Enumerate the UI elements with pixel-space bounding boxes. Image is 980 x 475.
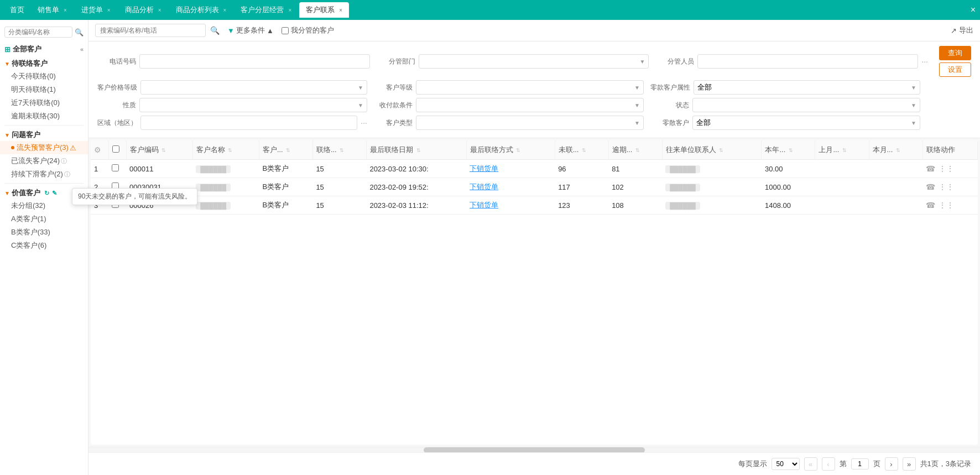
col-last-month-sort[interactable]: ⇅ <box>842 148 847 153</box>
col-this-year[interactable]: 本年... ⇅ <box>762 140 815 160</box>
zero-customer-select[interactable]: 全部 ▼ <box>692 116 920 130</box>
search-input[interactable] <box>95 24 206 37</box>
col-overdue-sort[interactable]: ⇅ <box>635 148 640 153</box>
action-more-icon-3[interactable]: ⋮⋮ <box>939 201 954 210</box>
prev-page-btn[interactable]: ‹ <box>822 457 835 471</box>
sidebar-item-churned[interactable]: 已流失客户(24) ⓘ <box>0 154 88 168</box>
region-select[interactable] <box>140 116 357 130</box>
action-more-icon-1[interactable]: ⋮⋮ <box>939 164 954 173</box>
last-page-btn[interactable]: » <box>903 457 916 471</box>
my-customers-checkbox-area[interactable]: 我分管的客户 <box>282 25 334 35</box>
sidebar-item-overdue-pending[interactable]: 逾期未联络(30) <box>0 109 88 123</box>
close-tab-customer-contact[interactable]: × <box>339 7 342 13</box>
sidebar-item-today-pending[interactable]: 今天待联络(0) <box>0 70 88 83</box>
settings-button[interactable]: 设置 <box>939 62 971 77</box>
nature-select[interactable]: ▼ <box>139 98 367 112</box>
page-number-input[interactable] <box>851 458 869 469</box>
col-un-contact-sort[interactable]: ⇅ <box>582 148 586 153</box>
col-contact-person[interactable]: 往来单位联系人 ⇅ <box>662 140 762 160</box>
row-method-3[interactable]: 下销货单 <box>466 196 555 215</box>
sidebar-item-7day-pending[interactable]: 近7天待联络(0) <box>0 96 88 109</box>
close-tab-analysis[interactable]: × <box>158 7 161 13</box>
horizontal-scrollbar[interactable] <box>88 447 980 452</box>
col-last-method-sort[interactable]: ⇅ <box>516 148 520 153</box>
query-button[interactable]: 查询 <box>939 46 971 60</box>
window-close-btn[interactable]: × <box>971 5 976 15</box>
col-code-sort[interactable]: ⇅ <box>161 148 166 153</box>
sidebar-item-churn-warning[interactable]: 流失预警客户(3) ⚠ <box>0 141 88 154</box>
sidebar-collapse-icon[interactable]: « <box>80 46 84 53</box>
col-checkbox[interactable] <box>108 140 126 160</box>
action-more-icon-2[interactable]: ⋮⋮ <box>939 182 954 191</box>
action-contact-icon-1[interactable]: ☎ <box>926 164 935 173</box>
nav-tab-purchase[interactable]: 进货单 × <box>75 2 117 18</box>
customer-type-select[interactable]: ▼ <box>416 116 644 130</box>
customer-price-select[interactable]: ▼ <box>140 80 367 95</box>
phone-input[interactable] <box>139 54 370 69</box>
all-customers-title[interactable]: ⊞ 全部客户 « <box>0 42 88 56</box>
sidebar-group-pending[interactable]: ▼ 待联络客户 <box>0 56 88 70</box>
region-more-btn[interactable]: ··· <box>361 118 367 127</box>
sidebar-item-class-b[interactable]: B类客户(33) <box>0 226 88 239</box>
export-button[interactable]: ↗ 导出 <box>951 25 973 35</box>
next-page-btn[interactable]: › <box>885 457 898 471</box>
col-overdue[interactable]: 逾期... ⇅ <box>608 140 662 160</box>
zero-purchase-select[interactable]: 全部 ▼ <box>694 80 920 95</box>
col-last-month[interactable]: 上月... ⇅ <box>815 140 869 160</box>
nav-home[interactable]: 首页 <box>4 2 30 18</box>
col-contact-sort[interactable]: ⇅ <box>340 148 344 153</box>
col-settings[interactable]: ⚙ <box>91 140 108 160</box>
my-customers-checkbox[interactable] <box>282 27 289 34</box>
action-contact-icon-2[interactable]: ☎ <box>926 182 935 191</box>
col-last-date-sort[interactable]: ⇅ <box>416 148 421 153</box>
search-button[interactable]: 🔍 <box>210 26 220 35</box>
sidebar-search-input[interactable] <box>4 27 72 38</box>
customer-level-select[interactable]: ▼ <box>416 80 644 95</box>
refresh-icon[interactable]: ↻ <box>44 190 49 197</box>
col-contact-person-sort[interactable]: ⇅ <box>719 148 723 153</box>
col-contact-count[interactable]: 联络... ⇅ <box>312 140 366 160</box>
close-tab-sales[interactable]: × <box>64 7 67 13</box>
first-page-btn[interactable]: « <box>804 457 817 471</box>
manager-select[interactable] <box>697 54 918 69</box>
row-1-checkbox[interactable] <box>112 164 119 171</box>
nav-tab-analysis[interactable]: 商品分析 × <box>118 2 168 18</box>
close-tab-purchase[interactable]: × <box>107 7 111 13</box>
col-last-method[interactable]: 最后联络方式 ⇅ <box>466 140 555 160</box>
edit-icon[interactable]: ✎ <box>52 190 57 197</box>
col-last-date[interactable]: 最后联络日期 ⇅ <box>366 140 466 160</box>
dept-select[interactable]: ▼ <box>419 54 649 69</box>
col-type-sort[interactable]: ⇅ <box>286 148 290 153</box>
nav-tab-sales[interactable]: 销售单 × <box>31 2 74 18</box>
close-tab-analysis-list[interactable]: × <box>223 7 227 13</box>
col-this-year-sort[interactable]: ⇅ <box>789 148 793 153</box>
col-this-month-sort[interactable]: ⇅ <box>896 148 900 153</box>
action-contact-icon-3[interactable]: ☎ <box>926 201 935 210</box>
sidebar-item-class-c[interactable]: C类客户(6) <box>0 239 88 252</box>
row-method-1[interactable]: 下销货单 <box>466 160 555 178</box>
nav-tab-analysis-list[interactable]: 商品分析列表 × <box>169 2 233 18</box>
col-name-sort[interactable]: ⇅ <box>228 148 232 153</box>
row-checkbox-1[interactable] <box>108 160 126 178</box>
more-conditions-btn[interactable]: ▼ 更多条件 ▲ <box>224 23 277 38</box>
col-type[interactable]: 客户... ⇅ <box>259 140 312 160</box>
sidebar-item-declining[interactable]: 持续下滑客户(2) ⓘ <box>0 168 88 181</box>
per-page-select[interactable]: 50 20 100 <box>772 458 800 470</box>
payment-select[interactable]: ▼ <box>416 98 644 112</box>
col-name[interactable]: 客户名称 ⇅ <box>192 140 259 160</box>
nav-tab-customer-contact[interactable]: 客户联系 × <box>299 2 349 18</box>
nav-tab-customer-layer[interactable]: 客户分层经营 × <box>234 2 298 18</box>
sidebar-search-icon[interactable]: 🔍 <box>75 28 84 36</box>
col-settings-icon[interactable]: ⚙ <box>94 145 101 154</box>
row-method-2[interactable]: 下销货单 <box>466 178 555 196</box>
close-tab-customer-layer[interactable]: × <box>288 7 291 13</box>
col-this-month[interactable]: 本月... ⇅ <box>869 140 922 160</box>
manager-more-btn[interactable]: ··· <box>921 57 928 66</box>
sidebar-item-tomorrow-pending[interactable]: 明天待联络(1) <box>0 83 88 96</box>
select-all-checkbox[interactable] <box>112 145 119 153</box>
sidebar-group-problem[interactable]: ▼ 问题客户 <box>0 128 88 141</box>
col-un-contact[interactable]: 未联... ⇅ <box>555 140 608 160</box>
status-select[interactable]: ▼ <box>692 98 920 112</box>
col-code[interactable]: 客户编码 ⇅ <box>126 140 192 160</box>
sidebar-item-class-a[interactable]: A类客户(1) <box>0 212 88 226</box>
